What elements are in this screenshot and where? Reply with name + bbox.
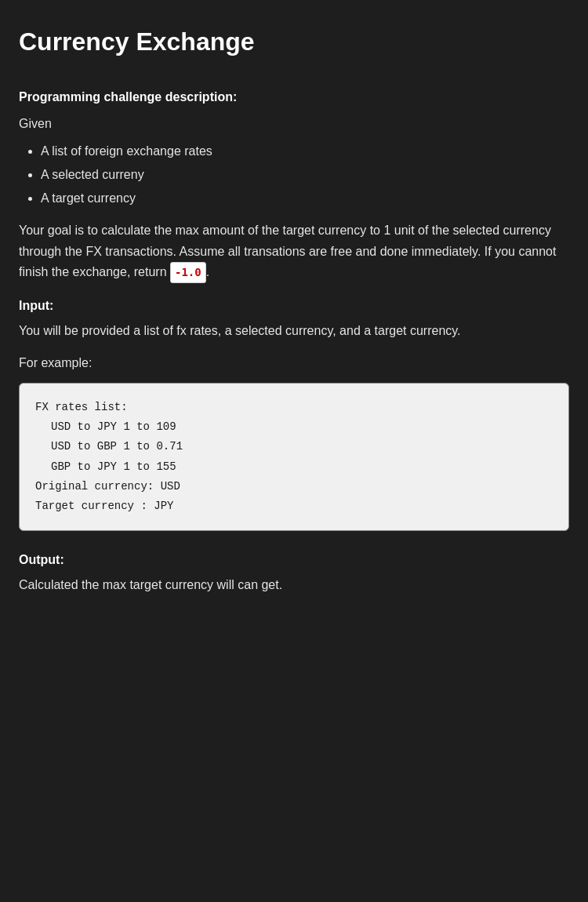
code-line-1: FX rates list:	[35, 398, 553, 417]
list-item-2: A selected curreny	[41, 165, 569, 185]
list-item-1: A list of foreign exchange rates	[41, 141, 569, 162]
code-line-3: USD to GBP 1 to 0.71	[35, 437, 553, 456]
output-description: Calculated the max target currency will …	[19, 575, 569, 595]
return-value-badge: -1.0	[170, 262, 206, 283]
challenge-label: Programming challenge description:	[19, 87, 569, 107]
code-line-4: GBP to JPY 1 to 155	[35, 457, 553, 477]
for-example-text: For example:	[19, 353, 569, 373]
list-item-3: A target currency	[41, 188, 569, 209]
input-label: Input:	[19, 296, 569, 316]
page-title: Currency Exchange	[19, 22, 569, 62]
code-line-5: Original currency: USD	[35, 477, 553, 496]
code-line-2: USD to JPY 1 to 109	[35, 417, 553, 437]
output-section: Output: Calculated the max target curren…	[19, 550, 569, 595]
code-line-6: Target currency : JPY	[35, 496, 553, 516]
given-list: A list of foreign exchange rates A selec…	[19, 141, 569, 208]
period: .	[206, 265, 209, 278]
input-section: Input: You will be provided a list of fx…	[19, 296, 569, 340]
code-block: FX rates list: USD to JPY 1 to 109 USD t…	[19, 383, 569, 531]
given-text: Given	[19, 114, 569, 134]
output-label: Output:	[19, 550, 569, 570]
input-description: You will be provided a list of fx rates,…	[19, 321, 569, 341]
description-paragraph: Your goal is to calculate the max amount…	[19, 220, 569, 283]
description-text: Your goal is to calculate the max amount…	[19, 224, 556, 278]
